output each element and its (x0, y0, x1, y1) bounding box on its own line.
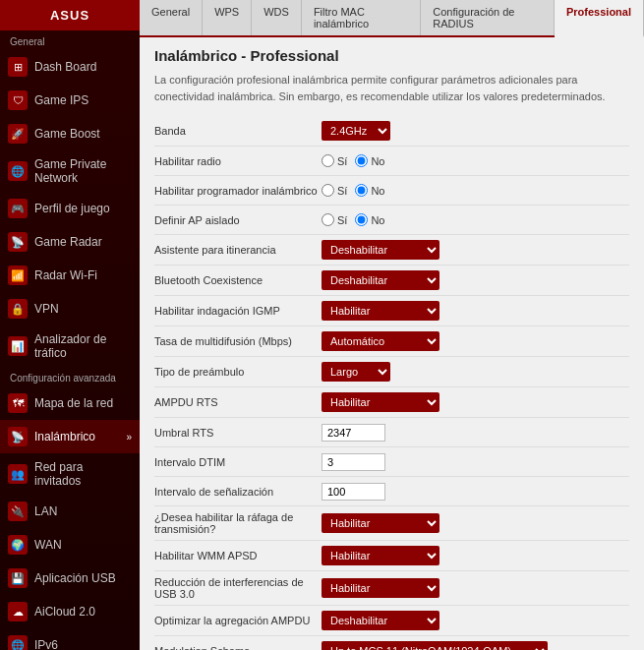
form-row-habilitar-radio: Habilitar radio Sí No (154, 147, 629, 176)
sidebar-item-label: Aplicación USB (34, 571, 116, 585)
form-row-bluetooth: Bluetooth Coexistence DeshabilitarHabili… (154, 266, 629, 296)
select-bluetooth[interactable]: DeshabilitarHabilitar (322, 270, 439, 290)
radio-input-si-ap[interactable] (322, 213, 334, 226)
sidebar-item-label: Dash Board (34, 60, 96, 74)
aicloud-icon: ☁ (8, 602, 28, 621)
radio-input-no-prog[interactable] (355, 184, 368, 197)
radio-si-programador[interactable]: Sí (322, 184, 347, 197)
form-row-intervalo-dtim: Intervalo DTIM (154, 447, 629, 477)
analizador-icon: 📊 (8, 336, 28, 356)
sidebar-item-game-radar[interactable]: 📡 Game Radar (0, 225, 140, 259)
select-banda[interactable]: 2.4GHz5GHz (322, 121, 390, 141)
tab-bar: General WPS WDS Filtro MAC inalámbrico C… (140, 0, 644, 37)
radio-si-ap[interactable]: Sí (322, 213, 347, 226)
form-row-habilitar-programador: Habilitar programador inalámbrico Sí No (154, 176, 629, 206)
select-reduccion-usb[interactable]: HabilitarDeshabilitar (322, 578, 439, 598)
sidebar-item-label: Radar Wi-Fi (34, 268, 97, 282)
tab-radius[interactable]: Configuración de RADIUS (421, 0, 555, 35)
sidebar-item-label: Analizador de tráfico (34, 332, 132, 360)
control-habilitar-programador: Sí No (322, 184, 384, 197)
input-intervalo-senalizacion[interactable] (322, 483, 385, 501)
label-ap-aislado: Definir AP aislado (154, 214, 322, 226)
select-optimizar-ampdu[interactable]: DeshabilitarHabilitar (322, 611, 439, 630)
sidebar-item-game-private-network[interactable]: 🌐 Game Private Network (0, 150, 140, 192)
label-ampdu-rts: AMPDU RTS (154, 396, 322, 408)
select-ampdu-rts[interactable]: HabilitarDeshabilitar (322, 392, 439, 412)
form-row-intervalo-senalizacion: Intervalo de señalización (154, 477, 629, 506)
label-preambulo: Tipo de preámbulo (154, 366, 322, 378)
tab-general[interactable]: General (140, 0, 203, 35)
input-intervalo-dtim[interactable] (322, 453, 385, 471)
form-row-wmm-apsd: Habilitar WMM APSD HabilitarDeshabilitar (154, 541, 629, 571)
sidebar-item-analizador[interactable]: 📊 Analizador de tráfico (0, 325, 140, 367)
sidebar-item-label: Mapa de la red (34, 396, 113, 410)
select-igmp[interactable]: HabilitarDeshabilitar (322, 301, 439, 321)
label-wmm-apsd: Habilitar WMM APSD (154, 550, 322, 561)
ipv6-icon: 🌐 (8, 635, 28, 650)
control-intervalo-senalizacion (322, 483, 385, 501)
select-preambulo[interactable]: LargoCorto (322, 362, 390, 382)
sidebar-item-dashboard[interactable]: ⊞ Dash Board (0, 50, 140, 84)
sidebar-item-mapa-red[interactable]: 🗺 Mapa de la red (0, 386, 140, 420)
tab-wps[interactable]: WPS (203, 0, 252, 35)
sidebar-item-game-ips[interactable]: 🛡 Game IPS (0, 84, 140, 117)
control-tasa-multidifusion: Automático12 (322, 331, 439, 351)
control-banda: 2.4GHz5GHz (322, 121, 390, 141)
radio-no-programador[interactable]: No (355, 184, 384, 197)
general-section-label: General (0, 30, 140, 50)
form-row-modulation-scheme: Modulation Scheme Up to MCS 11 (NitroQAM… (154, 636, 629, 650)
sidebar-item-inalambrico[interactable]: 📡 Inalámbrico » (0, 420, 140, 453)
sidebar-item-ipv6[interactable]: 🌐 IPv6 (0, 628, 140, 650)
sidebar-item-wan[interactable]: 🌍 WAN (0, 528, 140, 561)
sidebar-item-label: Game Radar (34, 235, 102, 249)
radio-si-habilitar-radio[interactable]: Sí (322, 154, 347, 167)
label-habilitar-radio: Habilitar radio (154, 155, 322, 167)
sidebar-item-label: Red para invitados (34, 460, 132, 488)
logo-text: ASUS (50, 8, 89, 23)
form-row-asistente-itinerancia: Asistente para itinerancia DeshabilitarH… (154, 235, 629, 266)
select-tasa-multidifusion[interactable]: Automático12 (322, 331, 439, 351)
label-umbral-rts: Umbral RTS (154, 427, 322, 439)
select-asistente-itinerancia[interactable]: DeshabilitarHabilitar (322, 240, 439, 260)
form-row-banda: Banda 2.4GHz5GHz (154, 116, 629, 147)
submenu-indicator: » (126, 432, 132, 443)
sidebar-item-game-boost[interactable]: 🚀 Game Boost (0, 117, 140, 150)
perfil-juego-icon: 🎮 (8, 199, 28, 218)
form-row-optimizar-ampdu: Optimizar la agregación AMPDU Deshabilit… (154, 606, 629, 636)
sidebar-item-vpn[interactable]: 🔒 VPN (0, 292, 140, 325)
select-wmm-apsd[interactable]: HabilitarDeshabilitar (322, 546, 439, 565)
radio-input-si-prog[interactable] (322, 184, 334, 197)
radio-no-habilitar-radio[interactable]: No (355, 154, 384, 167)
radio-input-si[interactable] (322, 154, 334, 167)
sidebar-item-aicloud[interactable]: ☁ AiCloud 2.0 (0, 595, 140, 628)
sidebar-item-radar-wifi[interactable]: 📶 Radar Wi-Fi (0, 259, 140, 292)
sidebar-item-label: VPN (34, 302, 59, 316)
sidebar-item-label: IPv6 (34, 638, 58, 650)
control-wmm-apsd: HabilitarDeshabilitar (322, 546, 439, 565)
tab-filtro-mac[interactable]: Filtro MAC inalámbrico (302, 0, 421, 35)
inalambrico-icon: 📡 (8, 427, 28, 446)
page-title: Inalámbrico - Professional (154, 47, 629, 64)
input-umbral-rts[interactable] (322, 424, 385, 442)
form-row-umbral-rts: Umbral RTS (154, 418, 629, 447)
select-modulation-scheme[interactable]: Up to MCS 11 (NitroQAM/1024-QAM) Up to M… (322, 641, 548, 650)
radio-input-no-ap[interactable] (355, 213, 368, 226)
tab-professional[interactable]: Professional (555, 0, 644, 37)
tab-wds[interactable]: WDS (252, 0, 302, 35)
sidebar-item-perfil-juego[interactable]: 🎮 Perfil de juego (0, 192, 140, 225)
sidebar-logo: ASUS (0, 0, 140, 30)
sidebar-item-label: LAN (34, 504, 57, 518)
sidebar-item-red-invitados[interactable]: 👥 Red para invitados (0, 453, 140, 495)
sidebar-item-label: Game Boost (34, 127, 100, 141)
radio-input-no[interactable] (355, 154, 368, 167)
label-asistente-itinerancia: Asistente para itinerancia (154, 244, 322, 256)
control-intervalo-dtim (322, 453, 385, 471)
main-content: General WPS WDS Filtro MAC inalámbrico C… (140, 0, 644, 650)
radio-no-ap[interactable]: No (355, 213, 384, 226)
form-row-reduccion-usb: Reducción de interferencias de USB 3.0 H… (154, 571, 629, 606)
sidebar-item-lan[interactable]: 🔌 LAN (0, 495, 140, 528)
select-rafaga-transmision[interactable]: HabilitarDeshabilitar (322, 513, 439, 533)
control-habilitar-radio: Sí No (322, 154, 384, 167)
sidebar-item-aplicacion-usb[interactable]: 💾 Aplicación USB (0, 561, 140, 595)
sidebar-item-label: Inalámbrico (34, 430, 95, 443)
